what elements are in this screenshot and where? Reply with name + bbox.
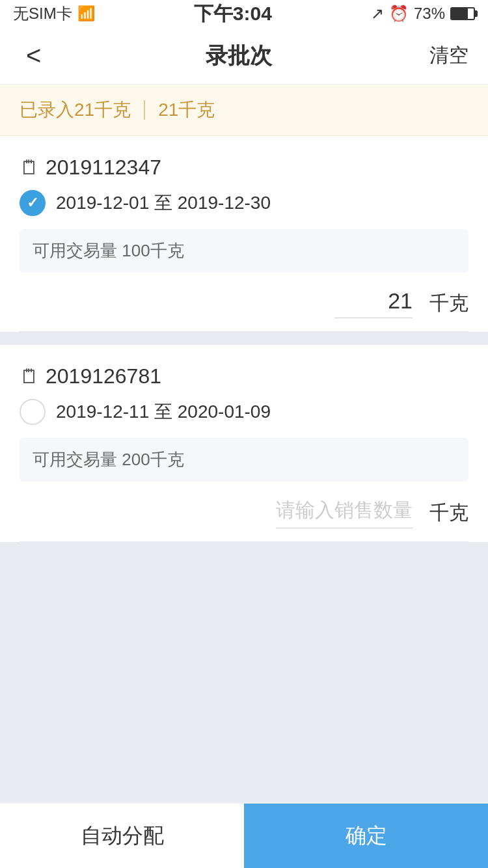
batch-1-radio[interactable] [20,190,46,216]
batch-2-avail: 可用交易量 200千克 [20,438,468,481]
batch-2-radio[interactable] [20,399,46,425]
total-amount: 21千克 [158,98,215,122]
batch-card-2: 🗒 2019126781 2019-12-11 至 2020-01-09 可用交… [0,345,488,542]
recorded-amount: 已录入21千克 [20,98,131,122]
batch-2-icon: 🗒 [20,366,39,388]
wifi-icon: 📶 [77,5,95,22]
empty-area [0,542,488,802]
batch-2-date: 2019-12-11 至 2020-01-09 [56,400,271,424]
clear-button[interactable]: 清空 [429,42,468,69]
alarm-icon: ⏰ [389,5,409,23]
batch-card-1-inner: 🗒 2019112347 2019-12-01 至 2019-12-30 可用交… [0,136,488,273]
battery-icon [450,7,475,20]
status-time: 下午3:04 [194,1,272,27]
batch-2-id: 2019126781 [46,364,161,388]
batch-2-unit: 千克 [429,500,468,526]
batch-1-unit: 千克 [429,290,468,317]
auto-distribute-button[interactable]: 自动分配 [0,804,244,868]
batch-1-id: 2019112347 [46,156,161,180]
batch-2-placeholder[interactable]: 请输入销售数量 [276,497,413,524]
batch-card-2-inner: 🗒 2019126781 2019-12-11 至 2020-01-09 可用交… [0,345,488,481]
main-content: 🗒 2019112347 2019-12-01 至 2019-12-30 可用交… [0,136,488,867]
batch-1-header: 🗒 2019112347 [20,156,468,180]
confirm-button[interactable]: 确定 [244,804,488,868]
carrier-label: 无SIM卡 [13,3,72,24]
status-right: ↗ ⏰ 73% [371,5,475,23]
batch-2-date-row[interactable]: 2019-12-11 至 2020-01-09 [20,399,468,425]
batch-1-icon: 🗒 [20,157,39,179]
batch-1-value[interactable]: 21 [388,288,413,314]
location-icon: ↗ [371,5,384,23]
info-divider [144,100,145,120]
batch-1-avail: 可用交易量 100千克 [20,229,468,273]
batch-1-date-row[interactable]: 2019-12-01 至 2019-12-30 [20,190,468,216]
status-left: 无SIM卡 📶 [13,3,95,24]
batch-2-header: 🗒 2019126781 [20,364,468,388]
batch-2-quantity-row: 请输入销售数量 千克 [0,481,488,528]
batch-card-1: 🗒 2019112347 2019-12-01 至 2019-12-30 可用交… [0,136,488,332]
batch-1-input-wrapper[interactable]: 21 [334,288,413,318]
bottom-bar: 自动分配 确定 [0,803,488,868]
info-banner: 已录入21千克 21千克 [0,85,488,136]
status-bar: 无SIM卡 📶 下午3:04 ↗ ⏰ 73% [0,0,488,27]
batch-1-quantity-row: 21 千克 [0,273,488,318]
page-title: 录批次 [206,41,272,71]
section-gap [0,332,488,345]
batch-2-input-wrapper[interactable]: 请输入销售数量 [276,497,413,528]
back-button[interactable]: < [20,34,47,77]
batch-1-date: 2019-12-01 至 2019-12-30 [56,191,271,215]
nav-bar: < 录批次 清空 [0,27,488,85]
battery-percent: 73% [414,5,445,23]
